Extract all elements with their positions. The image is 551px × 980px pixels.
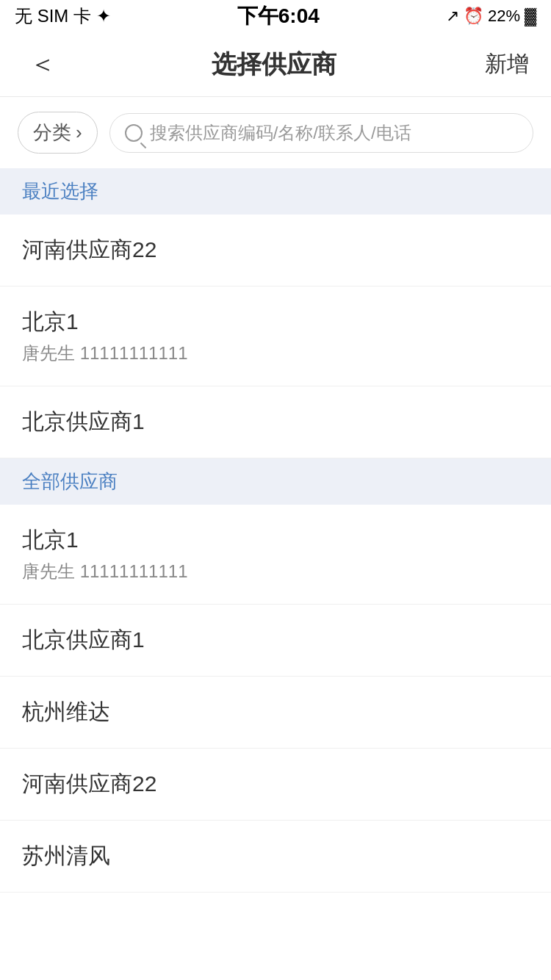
all-section-header: 全部供应商 xyxy=(0,458,551,505)
category-label: 分类 xyxy=(33,120,71,145)
search-icon xyxy=(125,124,143,142)
status-left: 无 SIM 卡 ✦ xyxy=(15,4,111,28)
no-sim-text: 无 SIM 卡 ✦ xyxy=(15,4,111,28)
item-name: 杭州维达 xyxy=(22,697,529,727)
item-name: 北京1 xyxy=(22,525,529,555)
list-item[interactable]: 北京供应商1 xyxy=(0,386,551,458)
search-placeholder: 搜索供应商编码/名称/联系人/电话 xyxy=(150,121,411,145)
list-item[interactable]: 北京供应商1 xyxy=(0,605,551,677)
item-name: 河南供应商22 xyxy=(22,769,529,799)
item-name: 河南供应商22 xyxy=(22,235,529,265)
battery-text: 22% xyxy=(488,7,520,26)
location-icon: ↗ xyxy=(446,7,459,26)
chevron-right-icon: › xyxy=(76,121,82,144)
item-name: 北京供应商1 xyxy=(22,625,529,655)
status-right: ↗ ⏰ 22% ▓ xyxy=(446,7,536,26)
item-name: 北京供应商1 xyxy=(22,407,529,437)
recent-list: 河南供应商22 北京1 唐先生 11111111111 北京供应商1 xyxy=(0,215,551,458)
list-item[interactable]: 河南供应商22 xyxy=(0,749,551,821)
item-name: 苏州清风 xyxy=(22,841,529,871)
alarm-icon: ⏰ xyxy=(464,7,483,26)
status-time: 下午6:04 xyxy=(237,2,320,30)
recent-section-header: 最近选择 xyxy=(0,168,551,215)
list-item[interactable]: 苏州清风 xyxy=(0,821,551,893)
recent-section-label: 最近选择 xyxy=(22,180,98,202)
nav-bar: ＜ 选择供应商 新增 xyxy=(0,32,551,97)
search-input[interactable]: 搜索供应商编码/名称/联系人/电话 xyxy=(109,113,533,153)
filter-bar: 分类 › 搜索供应商编码/名称/联系人/电话 xyxy=(0,97,551,168)
back-button[interactable]: ＜ xyxy=(22,39,63,90)
battery-icon: ▓ xyxy=(525,7,536,26)
all-list: 北京1 唐先生 11111111111 北京供应商1杭州维达河南供应商22苏州清… xyxy=(0,505,551,893)
list-item[interactable]: 河南供应商22 xyxy=(0,215,551,287)
list-item[interactable]: 北京1 唐先生 11111111111 xyxy=(0,287,551,386)
list-item[interactable]: 北京1 唐先生 11111111111 xyxy=(0,505,551,605)
status-bar: 无 SIM 卡 ✦ 下午6:04 ↗ ⏰ 22% ▓ xyxy=(0,0,551,32)
item-sub: 唐先生 11111111111 xyxy=(22,342,529,365)
all-section-label: 全部供应商 xyxy=(22,470,118,492)
add-button[interactable]: 新增 xyxy=(485,49,529,79)
list-item[interactable]: 杭州维达 xyxy=(0,677,551,749)
page-title: 选择供应商 xyxy=(212,48,336,82)
category-filter-button[interactable]: 分类 › xyxy=(18,112,98,154)
item-name: 北京1 xyxy=(22,307,529,337)
item-sub: 唐先生 11111111111 xyxy=(22,560,529,583)
